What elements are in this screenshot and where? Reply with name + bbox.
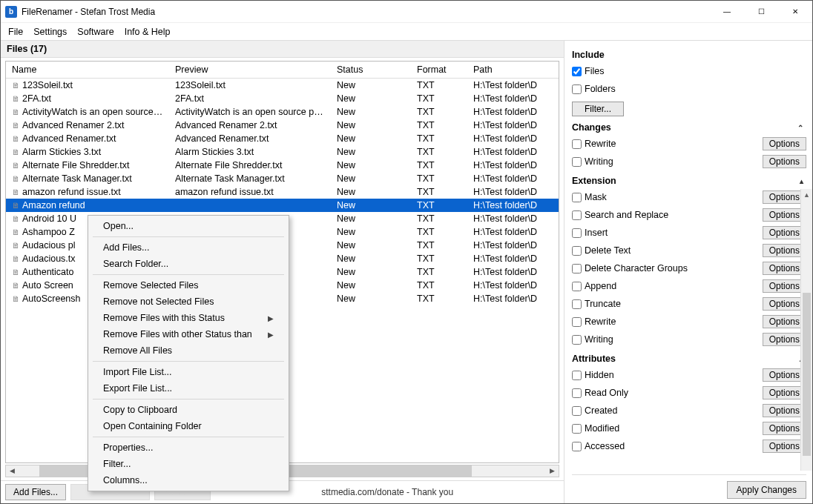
attr-read-only-checkbox[interactable] bbox=[572, 388, 582, 398]
close-button[interactable]: ✕ bbox=[778, 1, 812, 23]
cell-status: New bbox=[331, 225, 411, 239]
cell-name: 2FA.txt bbox=[6, 92, 169, 105]
ctx-copy-clipboard[interactable]: Copy to Clipboard bbox=[90, 402, 287, 418]
cell-preview bbox=[169, 199, 331, 212]
table-row[interactable]: Amazon refundNewTXTH:\Test folder\D bbox=[6, 199, 559, 212]
cell-preview: Alarm Stickies 3.txt bbox=[169, 145, 331, 159]
ext-append-checkbox[interactable] bbox=[572, 282, 582, 291]
cell-path: H:\Test folder\D bbox=[467, 172, 559, 185]
right-pane: Include Files Folders Filter... Changes⌃… bbox=[565, 41, 812, 503]
files-count-header: Files (17) bbox=[1, 41, 564, 58]
cell-preview: Advanced Renamer 2.txt bbox=[169, 119, 331, 132]
ext-writing-checkbox[interactable] bbox=[572, 335, 582, 345]
ctx-import-list[interactable]: Import File List... bbox=[90, 364, 287, 380]
maximize-button[interactable]: ☐ bbox=[744, 1, 778, 23]
ctx-add-files[interactable]: Add Files... bbox=[90, 239, 287, 256]
scroll-right-icon[interactable]: ▶ bbox=[546, 465, 559, 477]
cell-path: H:\Test folder\D bbox=[467, 265, 559, 279]
col-status[interactable]: Status bbox=[331, 62, 411, 79]
table-row[interactable]: Alternate Task Manager.txtAlternate Task… bbox=[6, 172, 559, 185]
cell-path: H:\Test folder\D bbox=[467, 159, 559, 172]
table-row[interactable]: Advanced Renamer.txtAdvanced Renamer.txt… bbox=[6, 132, 559, 145]
attr-hidden-checkbox[interactable] bbox=[572, 371, 582, 380]
include-folders-checkbox[interactable] bbox=[572, 84, 582, 94]
changes-rewrite-checkbox[interactable] bbox=[572, 139, 582, 149]
ctx-remove-all[interactable]: Remove All Files bbox=[90, 342, 287, 359]
ext-search-replace-checkbox[interactable] bbox=[572, 210, 582, 220]
cell-name: ActivityWatch is an open source pr... bbox=[6, 105, 169, 119]
table-row[interactable]: ActivityWatch is an open source pr...Act… bbox=[6, 105, 559, 119]
include-files-checkbox[interactable] bbox=[572, 67, 582, 76]
ctx-columns[interactable]: Columns... bbox=[90, 472, 287, 488]
minimize-button[interactable]: — bbox=[710, 1, 744, 23]
menu-software[interactable]: Software bbox=[77, 27, 113, 37]
cell-status: New bbox=[331, 159, 411, 172]
changes-rewrite-options[interactable]: Options bbox=[763, 137, 806, 150]
cell-path: H:\Test folder\D bbox=[467, 92, 559, 105]
cell-format: TXT bbox=[411, 265, 467, 279]
table-row[interactable]: Advanced Renamer 2.txtAdvanced Renamer 2… bbox=[6, 119, 559, 132]
cell-format: TXT bbox=[411, 132, 467, 145]
ctx-remove-with-status[interactable]: Remove Files with this Status▶ bbox=[90, 310, 287, 326]
apply-changes-button[interactable]: Apply Changes bbox=[727, 481, 806, 499]
cell-status: New bbox=[331, 265, 411, 279]
col-name[interactable]: Name bbox=[6, 62, 169, 79]
ctx-properties[interactable]: Properties... bbox=[90, 440, 287, 456]
menu-info-help[interactable]: Info & Help bbox=[125, 27, 171, 37]
ctx-filter[interactable]: Filter... bbox=[90, 456, 287, 472]
ext-insert-checkbox[interactable] bbox=[572, 228, 582, 238]
cell-path: H:\Test folder\D bbox=[467, 239, 559, 252]
ctx-remove-selected[interactable]: Remove Selected Files bbox=[90, 277, 287, 294]
attr-accessed-checkbox[interactable] bbox=[572, 442, 582, 451]
table-row[interactable]: 2FA.txt2FA.txtNewTXTH:\Test folder\D bbox=[6, 92, 559, 105]
ext-rewrite-checkbox[interactable] bbox=[572, 317, 582, 327]
cell-format: TXT bbox=[411, 292, 467, 305]
extension-collapse-icon[interactable]: ▴ bbox=[800, 177, 806, 185]
col-format[interactable]: Format bbox=[411, 62, 467, 79]
cell-format: TXT bbox=[411, 185, 467, 199]
changes-writing-checkbox[interactable] bbox=[572, 157, 582, 167]
cell-status: New bbox=[331, 145, 411, 159]
context-menu: Open... Add Files... Search Folder... Re… bbox=[88, 215, 289, 491]
changes-writing-options[interactable]: Options bbox=[763, 155, 806, 168]
scroll-up-icon[interactable]: ▲ bbox=[801, 189, 812, 201]
ctx-export-list[interactable]: Export File List... bbox=[90, 380, 287, 397]
ext-truncate-checkbox[interactable] bbox=[572, 299, 582, 309]
col-path[interactable]: Path bbox=[467, 62, 559, 79]
vertical-scrollbar[interactable]: ▲ bbox=[800, 189, 812, 471]
cell-status: New bbox=[331, 279, 411, 292]
cell-status: New bbox=[331, 252, 411, 265]
ctx-search-folder[interactable]: Search Folder... bbox=[90, 256, 287, 272]
cell-path: H:\Test folder\D bbox=[467, 145, 559, 159]
cell-format: TXT bbox=[411, 119, 467, 132]
cell-format: TXT bbox=[411, 225, 467, 239]
attr-created-checkbox[interactable] bbox=[572, 406, 582, 416]
ctx-open[interactable]: Open... bbox=[90, 218, 287, 234]
extension-section-title: Extension▴ bbox=[572, 176, 806, 186]
table-row[interactable]: Alarm Stickies 3.txtAlarm Stickies 3.txt… bbox=[6, 145, 559, 159]
cell-preview: Alternate File Shredder.txt bbox=[169, 159, 331, 172]
table-row[interactable]: 123Soleil.txt123Soleil.txtNewTXTH:\Test … bbox=[6, 79, 559, 93]
table-row[interactable]: amazon refund issue.txtamazon refund iss… bbox=[6, 185, 559, 199]
col-preview[interactable]: Preview bbox=[169, 62, 331, 79]
include-files-label: Files bbox=[585, 66, 806, 76]
ext-mask-checkbox[interactable] bbox=[572, 193, 582, 202]
scroll-left-icon[interactable]: ◀ bbox=[6, 465, 19, 477]
cell-name: 123Soleil.txt bbox=[6, 79, 169, 93]
changes-collapse-icon[interactable]: ⌃ bbox=[797, 124, 806, 132]
ctx-remove-other-status[interactable]: Remove Files with other Status than▶ bbox=[90, 326, 287, 342]
filter-button[interactable]: Filter... bbox=[572, 102, 624, 116]
ctx-open-containing[interactable]: Open Containing Folder bbox=[90, 418, 287, 434]
cell-status: New bbox=[331, 79, 411, 93]
ctx-remove-not-selected[interactable]: Remove not Selected Files bbox=[90, 294, 287, 310]
ext-delete-text-checkbox[interactable] bbox=[572, 246, 582, 256]
cell-preview: amazon refund issue.txt bbox=[169, 185, 331, 199]
cell-name: Amazon refund bbox=[6, 199, 169, 212]
cell-format: TXT bbox=[411, 212, 467, 225]
ext-delete-char-groups-checkbox[interactable] bbox=[572, 264, 582, 273]
menu-settings[interactable]: Settings bbox=[33, 27, 67, 37]
menu-file[interactable]: File bbox=[8, 27, 23, 37]
add-files-button[interactable]: Add Files... bbox=[5, 484, 66, 500]
attr-modified-checkbox[interactable] bbox=[572, 424, 582, 434]
table-row[interactable]: Alternate File Shredder.txtAlternate Fil… bbox=[6, 159, 559, 172]
